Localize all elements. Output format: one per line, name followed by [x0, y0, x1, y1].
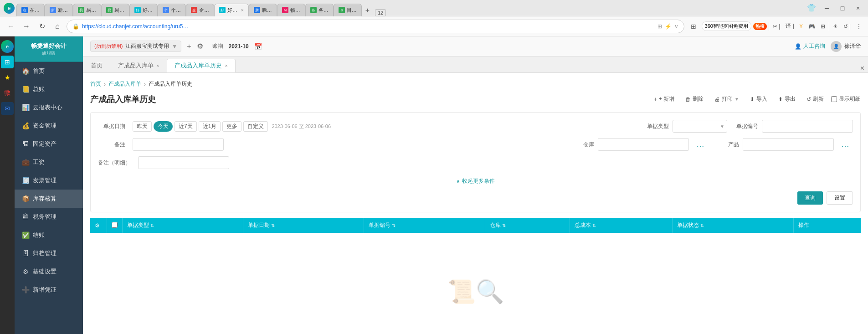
game-tool[interactable]: 🎮	[806, 23, 817, 30]
browser-tab-1[interactable]: 在 在…	[16, 4, 45, 16]
nav-item-home[interactable]: 🏠 首页	[15, 62, 83, 80]
back-button[interactable]: ←	[5, 20, 17, 33]
show-columns-checkbox[interactable]	[831, 96, 837, 102]
nav-item-settings[interactable]: ⚙ 基础设置	[15, 262, 83, 281]
tab-home[interactable]: 首页	[83, 59, 110, 72]
th-status[interactable]: 单据状态 ⇅	[673, 218, 793, 233]
type-select[interactable]	[673, 120, 727, 133]
minimize-button[interactable]: ─	[821, 2, 833, 15]
browser-tab-5[interactable]: 好 好…	[129, 4, 158, 16]
query-button[interactable]: 查询	[797, 191, 823, 205]
search-toolbar-label[interactable]: 360智能抠图免费用	[702, 21, 751, 31]
collapse-bar[interactable]: ∧ 收起更多条件	[98, 175, 853, 188]
new-tab-button[interactable]: +	[362, 5, 373, 16]
translate-tool[interactable]: 译 |	[784, 22, 796, 30]
maximize-button[interactable]: □	[836, 2, 849, 15]
content-close-button[interactable]: ×	[860, 64, 864, 72]
nav-item-fixed-assets[interactable]: 🏗 固定资产	[15, 135, 83, 153]
number-filter-input[interactable]	[762, 120, 853, 133]
refresh-button[interactable]: ↻	[36, 20, 48, 33]
nav-item-checkout[interactable]: ✅ 结账	[15, 226, 83, 244]
nav-item-tax[interactable]: 🏛 税务管理	[15, 208, 83, 226]
browser-tab-8[interactable]: 好 好… ×	[214, 4, 249, 16]
product-filter-input[interactable]	[743, 138, 834, 151]
nav-item-funds[interactable]: 💰 资金管理	[15, 117, 83, 135]
add-company-button[interactable]: +	[187, 42, 191, 51]
th-date[interactable]: 单据日期 ⇅	[243, 218, 364, 233]
browser-tab-12[interactable]: S 目…	[334, 4, 362, 16]
more-date-btn[interactable]: 更多	[222, 121, 241, 132]
browser-tab-10[interactable]: M 畅…	[277, 4, 305, 16]
th-gear[interactable]: ⚙	[90, 218, 107, 233]
th-checkbox[interactable]	[107, 218, 122, 233]
custom-date-btn[interactable]: 自定义	[243, 121, 268, 132]
home-button[interactable]: ⌂	[51, 20, 64, 33]
reload-tool[interactable]: ↺ |	[842, 23, 853, 30]
detail-note-filter-input[interactable]	[138, 156, 229, 169]
tab-list-close[interactable]: ×	[156, 63, 159, 68]
warehouse-dots[interactable]: …	[693, 140, 708, 149]
select-all-checkbox[interactable]	[112, 222, 118, 228]
print-button[interactable]: 🖨 打印 ▼	[711, 93, 743, 105]
address-bar[interactable]: 🔒 https://cloud.chanjet.com/accounting/u…	[67, 20, 684, 33]
month-btn[interactable]: 近1月	[199, 121, 221, 132]
delete-button[interactable]: 🗑 删除	[682, 93, 707, 105]
close-button[interactable]: ×	[852, 2, 864, 15]
icon-sidebar-mail[interactable]: ✉	[1, 102, 14, 115]
header-settings-button[interactable]: ⚙	[197, 42, 203, 51]
forward-button[interactable]: →	[20, 20, 33, 33]
today-btn[interactable]: 今天	[154, 121, 173, 132]
th-total-cost[interactable]: 总成本 ⇅	[570, 218, 673, 233]
nav-item-archive[interactable]: 🗄 归档管理	[15, 244, 83, 262]
browser-tab-11[interactable]: 各 各…	[305, 4, 334, 16]
tab-close-8[interactable]: ×	[241, 8, 244, 13]
th-warehouse[interactable]: 仓库 ⇅	[485, 218, 570, 233]
browser-tab-7[interactable]: 企 企…	[186, 4, 214, 16]
scissors-tool[interactable]: ✂ |	[771, 23, 782, 30]
warehouse-filter-input[interactable]	[598, 138, 689, 151]
user-service-button[interactable]: 👤 人工咨询	[795, 42, 825, 50]
nav-item-ledger[interactable]: 📒 总账	[15, 80, 83, 98]
browser-tab-3[interactable]: 易 易…	[73, 4, 101, 16]
nav-item-inventory[interactable]: 📦 库存核算	[15, 190, 83, 208]
nav-item-invoice[interactable]: 🧾 发票管理	[15, 171, 83, 190]
refresh-page-button[interactable]: ↺ 刷新	[803, 93, 827, 105]
icon-sidebar-main[interactable]: ⊞	[1, 56, 14, 68]
company-selector[interactable]: (勿删勿禁用) 江西服宝测试专用 ▼	[90, 41, 181, 52]
note-filter-input[interactable]	[133, 138, 224, 151]
icon-sidebar-star[interactable]: ★	[1, 71, 14, 84]
export-button[interactable]: ⬆ 导出	[775, 93, 799, 105]
user-profile[interactable]: 👤 徐泽华	[831, 41, 861, 52]
new-button[interactable]: + + 新增	[650, 93, 678, 105]
browser-tab-6[interactable]: 个 个…	[158, 4, 186, 16]
browser-tab-9[interactable]: 腾 腾…	[249, 4, 277, 16]
nav-item-payroll[interactable]: 💼 工资	[15, 153, 83, 171]
browser-tab-2[interactable]: 新 新…	[45, 4, 73, 16]
window-shirt-icon[interactable]: 👕	[805, 2, 818, 15]
currency-tool[interactable]: ¥	[798, 23, 805, 30]
extensions-toolbar-icon[interactable]: ⊞	[687, 20, 700, 33]
breadcrumb-home[interactable]: 首页	[90, 80, 101, 88]
th-number[interactable]: 单据编号 ⇅	[364, 218, 485, 233]
yesterday-btn[interactable]: 昨天	[133, 121, 152, 132]
th-type[interactable]: 单据类型 ⇅	[122, 218, 243, 233]
tab-list[interactable]: 产成品入库单 ×	[110, 59, 167, 72]
nav-item-new-bill[interactable]: ➕ 新增凭证	[15, 281, 83, 299]
tab-history-close[interactable]: ×	[225, 63, 227, 68]
filter-settings-button[interactable]: 设置	[827, 191, 853, 205]
brightness-tool[interactable]: ☀	[831, 23, 840, 30]
product-dots[interactable]: …	[837, 140, 853, 149]
icon-sidebar-social[interactable]: 微	[1, 87, 14, 99]
breadcrumb-list[interactable]: 产成品入库单	[108, 80, 141, 88]
tab-count-badge[interactable]: 12	[375, 9, 386, 16]
week-btn[interactable]: 近7天	[175, 121, 197, 132]
calendar-icon[interactable]: 📅	[254, 43, 262, 50]
more-tool[interactable]: ⋮	[854, 23, 863, 30]
show-columns-option[interactable]: 显示明细	[831, 95, 861, 103]
tab-history[interactable]: 产成品入库单历史 ×	[167, 59, 235, 72]
dropdown-icon[interactable]: ∨	[674, 23, 678, 30]
grid-tool[interactable]: ⊞	[819, 23, 827, 30]
browser-tab-4[interactable]: 易 易…	[101, 4, 129, 16]
nav-item-reports[interactable]: 📊 云报表中心	[15, 98, 83, 117]
import-button[interactable]: ⬇ 导入	[746, 93, 771, 105]
